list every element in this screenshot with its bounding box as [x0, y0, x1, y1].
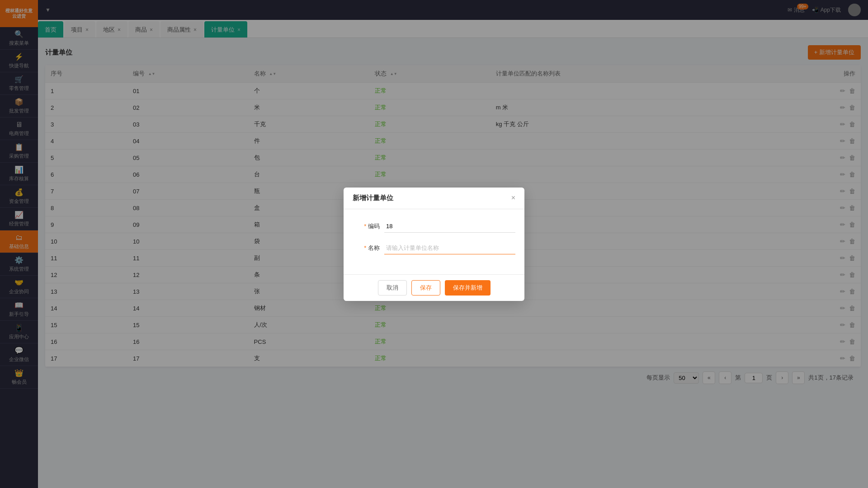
- save-and-new-button[interactable]: 保存并新增: [445, 280, 491, 296]
- code-input[interactable]: [384, 220, 515, 233]
- modal-close-button[interactable]: ×: [511, 194, 515, 202]
- modal-header: 新增计量单位 ×: [344, 188, 524, 209]
- save-button[interactable]: 保存: [411, 280, 440, 296]
- name-required-mark: *: [364, 244, 366, 251]
- name-label: * 名称: [353, 244, 380, 252]
- cancel-button[interactable]: 取消: [378, 280, 407, 296]
- modal-footer: 取消 保存 保存并新增: [344, 274, 524, 301]
- name-label-text: 名称: [368, 244, 380, 251]
- code-required-mark: *: [364, 223, 366, 230]
- modal-overlay[interactable]: 新增计量单位 × * 编码 * 名称 取消 保存 保存并新增: [0, 0, 868, 488]
- code-label: * 编码: [353, 222, 380, 230]
- code-label-text: 编码: [368, 223, 380, 230]
- modal-body: * 编码 * 名称: [344, 209, 524, 274]
- add-unit-modal: 新增计量单位 × * 编码 * 名称 取消 保存 保存并新增: [344, 188, 524, 301]
- modal-title: 新增计量单位: [353, 194, 393, 202]
- name-input[interactable]: [384, 242, 515, 254]
- form-row-name: * 名称: [353, 242, 515, 254]
- form-row-code: * 编码: [353, 220, 515, 233]
